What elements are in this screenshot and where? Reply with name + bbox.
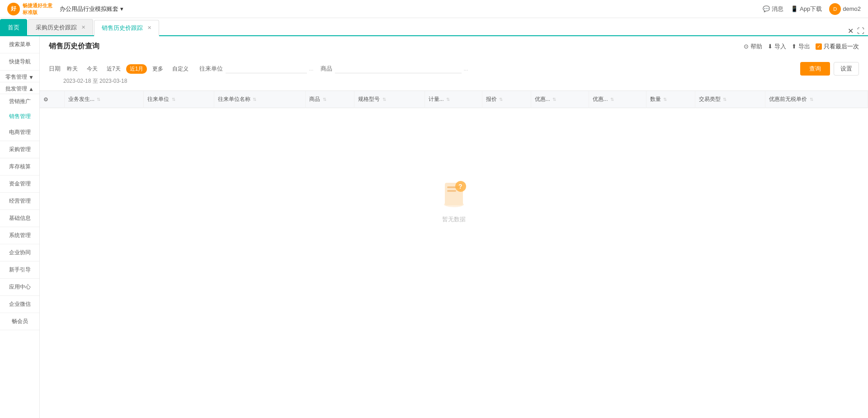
sort-icon: ⇅ [323,97,326,102]
col-discount1[interactable]: 优惠... ⇅ [531,91,589,108]
counterpart-input-wrapper: ... [226,64,313,73]
tab-sales[interactable]: 销售历史价跟踪 ✕ [94,20,159,36]
sidebar-item-ecommerce[interactable]: 电商管理 [0,124,39,141]
counterpart-dots[interactable]: ... [309,66,313,72]
col-biz-date[interactable]: 业务发生... ⇅ [65,91,144,108]
date-custom-btn[interactable]: 自定义 [169,64,192,74]
col-discount2[interactable]: 优惠... ⇅ [589,91,646,108]
col-spec[interactable]: 规格型号 ⇅ [354,91,425,108]
export-button[interactable]: ⬆ 导出 [792,43,810,51]
sidebar-item-finance[interactable]: 资金管理 [0,176,39,193]
message-icon: 💬 [763,5,770,12]
goods-filter: 商品 ... [321,64,468,73]
fullscreen-button[interactable]: ⛶ [857,27,864,35]
help-icon: ⊙ [744,43,749,50]
main-layout: 搜索菜单 快捷导航 零售管理 ▼ 批发管理 ▲ 营销推广 销售管理 电商管理 采… [0,36,868,418]
sort-icon: ⇅ [552,97,556,102]
empty-illustration: ? [436,174,472,210]
close-all-tabs-button[interactable]: ✕ [848,27,854,35]
col-goods[interactable]: 商品 ⇅ [306,91,354,108]
goods-input-wrapper: ... [335,64,468,73]
sidebar-item-weixin[interactable]: 企业微信 [0,296,39,313]
search-button[interactable]: 查询 [800,62,830,76]
col-quote[interactable]: 报价 ⇅ [482,91,531,108]
sidebar-item-search[interactable]: 搜索菜单 [0,36,39,53]
checkbox-icon: ✓ [816,43,822,50]
sort-icon: ⇅ [446,97,450,102]
message-button[interactable]: 💬 消息 [763,5,783,13]
page-header-actions: ⊙ 帮助 ⬇ 导入 ⬆ 导出 ✓ 只看最后一次 [744,43,859,56]
svg-text:?: ? [458,183,462,190]
topbar-right: 💬 消息 📱 App下载 D demo2 [763,3,861,15]
goods-input[interactable] [335,64,462,73]
app-download-button[interactable]: 📱 App下载 [791,5,822,13]
date-range-display: 2023-02-18 至 2023-03-18 [63,77,859,85]
col-pretax-price[interactable]: 优惠前无税单价 ⇅ [765,91,868,108]
tab-purchase-close[interactable]: ✕ [81,24,85,30]
settings-button[interactable]: 设置 [834,62,859,76]
date-last1m-btn[interactable]: 近1月 [126,64,147,74]
export-icon: ⬆ [792,43,797,50]
sort-icon: ⇅ [253,97,256,102]
sidebar-item-sales-mgmt[interactable]: 销售管理 [0,109,39,124]
counterpart-filter: 往来单位 ... [199,64,313,73]
logo-area: 好 畅捷通好生意 标准版 [7,2,52,15]
page-header: 销售历史价查询 ⊙ 帮助 ⬇ 导入 ⬆ 导出 ✓ 只看最后一次 [40,36,868,57]
tab-home[interactable]: 首页 [0,19,27,35]
topbar-left: 好 畅捷通好生意 标准版 办公用品行业模拟账套 ▾ [7,2,127,15]
import-button[interactable]: ⬇ 导入 [768,43,786,51]
sort-icon: ⇅ [610,97,614,102]
date-more-btn[interactable]: 更多 [149,64,167,74]
date-today-btn[interactable]: 今天 [83,64,101,74]
last-once-checkbox[interactable]: ✓ 只看最后一次 [816,43,859,51]
col-quantity[interactable]: 数量 ⇅ [646,91,695,108]
goods-dots[interactable]: ... [463,66,468,72]
svg-rect-3 [447,190,456,192]
content-area: 销售历史价查询 ⊙ 帮助 ⬇ 导入 ⬆ 导出 ✓ 只看最后一次 [40,36,868,418]
col-counterpart-code[interactable]: 往来单位 ⇅ [144,91,214,108]
sidebar-item-retail[interactable]: 零售管理 ▼ [0,71,39,82]
tab-sales-close[interactable]: ✕ [147,25,151,31]
col-gear[interactable]: ⚙ [40,91,65,108]
sort-icon: ⇅ [663,97,667,102]
sidebar-item-purchase[interactable]: 采购管理 [0,141,39,158]
filter-bar: 日期 昨天 今天 近7天 近1月 更多 自定义 往来单位 ... [40,57,868,91]
empty-text: 暂无数据 [442,215,466,223]
col-trade-type[interactable]: 交易类型 ⇅ [695,91,765,108]
date-yesterday-btn[interactable]: 昨天 [63,64,81,74]
page-title: 销售历史价查询 [49,42,99,57]
sidebar-item-quick[interactable]: 快捷导航 [0,53,39,71]
avatar: D [829,3,841,15]
sidebar-item-basic[interactable]: 基础信息 [0,210,39,227]
sidebar-item-member[interactable]: 畅会员 [0,313,39,330]
chevron-down-icon: ▾ [120,5,123,12]
topbar: 好 畅捷通好生意 标准版 办公用品行业模拟账套 ▾ 💬 消息 📱 App下载 D… [0,0,868,18]
logo-icon: 好 [7,3,20,15]
tabbar-actions: ✕ ⛶ [848,27,868,35]
sidebar-item-wholesale[interactable]: 批发管理 ▲ [0,82,39,94]
counterpart-input[interactable] [226,64,307,73]
user-menu[interactable]: D demo2 [829,3,861,15]
tab-purchase[interactable]: 采购历史价跟踪 ✕ [28,19,93,35]
logo-text: 畅捷通好生意 标准版 [23,2,52,15]
col-unit[interactable]: 计量... ⇅ [425,91,482,108]
table-header-row: ⚙ 业务发生... ⇅ 往来单位 ⇅ 往来单位名称 ⇅ [40,91,868,108]
company-selector[interactable]: 办公用品行业模拟账套 ▾ [56,3,127,15]
date-buttons: 昨天 今天 近7天 近1月 更多 自定义 [63,64,192,74]
gear-icon[interactable]: ⚙ [43,96,48,103]
sort-icon: ⇅ [499,97,503,102]
tabbar: 首页 采购历史价跟踪 ✕ 销售历史价跟踪 ✕ ✕ ⛶ [0,18,868,36]
sidebar-item-cooperation[interactable]: 企业协同 [0,244,39,261]
col-counterpart-name[interactable]: 往来单位名称 ⇅ [214,91,306,108]
sidebar-item-operations[interactable]: 经营管理 [0,193,39,210]
help-button[interactable]: ⊙ 帮助 [744,43,762,51]
filter-row: 日期 昨天 今天 近7天 近1月 更多 自定义 往来单位 ... [49,62,859,76]
date-last7-btn[interactable]: 近7天 [103,64,124,74]
sidebar-item-app-center[interactable]: 应用中心 [0,279,39,296]
sidebar-item-guide[interactable]: 新手引导 [0,261,39,279]
data-table: ⚙ 业务发生... ⇅ 往来单位 ⇅ 往来单位名称 ⇅ [40,91,868,108]
sidebar-item-system[interactable]: 系统管理 [0,227,39,244]
sort-icon: ⇅ [810,97,813,102]
sidebar-item-marketing[interactable]: 营销推广 [0,94,39,109]
sidebar-item-inventory[interactable]: 库存核算 [0,158,39,176]
